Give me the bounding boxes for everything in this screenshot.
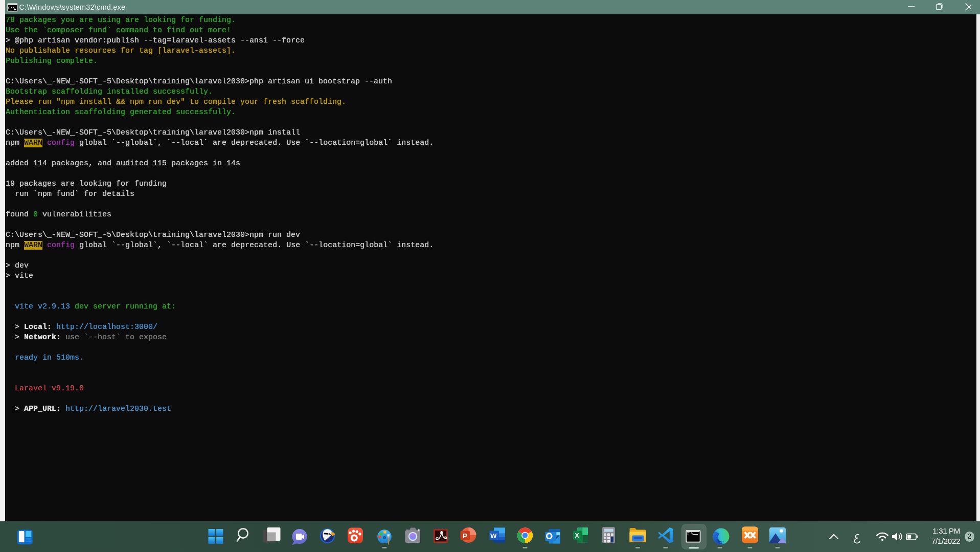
- svg-text:W: W: [490, 532, 497, 540]
- svg-text:P: P: [463, 532, 467, 540]
- svg-text:X: X: [575, 532, 580, 539]
